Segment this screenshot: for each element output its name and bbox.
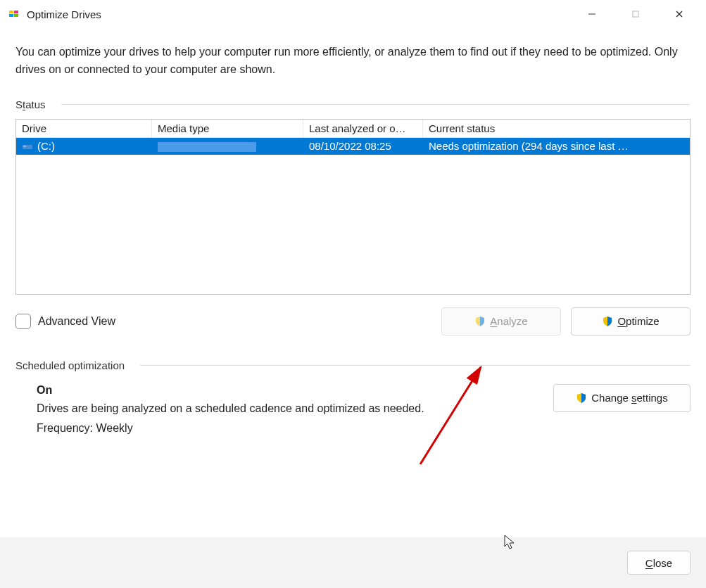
section-divider xyxy=(61,104,691,105)
shield-icon xyxy=(576,392,587,404)
status-section-header: Status xyxy=(15,98,691,110)
cell-status: Needs optimization (294 days since last … xyxy=(423,137,690,155)
minimize-button[interactable] xyxy=(576,4,607,25)
checkbox-box xyxy=(15,314,31,329)
col-last[interactable]: Last analyzed or o… xyxy=(303,120,423,137)
change-settings-button[interactable]: Change settings xyxy=(553,384,691,412)
status-section-label: Status xyxy=(15,98,46,110)
table-header-row: Drive Media type Last analyzed or o… Cur… xyxy=(16,120,690,138)
scheduled-frequency: Frequency: Weekly xyxy=(37,422,539,435)
svg-rect-5 xyxy=(633,11,638,17)
svg-rect-3 xyxy=(14,14,18,17)
analyze-label: Analyze xyxy=(490,315,527,327)
close-button[interactable] xyxy=(664,4,695,25)
drives-table[interactable]: Drive Media type Last analyzed or o… Cur… xyxy=(15,119,691,295)
advanced-view-checkbox[interactable]: Advanced View xyxy=(15,314,115,329)
app-icon xyxy=(8,8,20,20)
change-settings-label: Change settings xyxy=(591,392,667,404)
close-dialog-button[interactable]: Close xyxy=(627,551,691,575)
window-controls xyxy=(576,4,695,25)
drive-icon xyxy=(22,141,33,152)
cell-media xyxy=(152,137,303,155)
redacted-media xyxy=(158,142,256,152)
shield-icon xyxy=(474,316,486,327)
svg-rect-1 xyxy=(14,11,18,13)
scheduled-description: Drives are being analyzed on a scheduled… xyxy=(37,402,539,415)
main-content: You can optimize your drives to help you… xyxy=(0,28,706,537)
col-status[interactable]: Current status xyxy=(423,120,690,137)
cell-last: 08/10/2022 08:25 xyxy=(303,137,423,155)
description-text: You can optimize your drives to help you… xyxy=(15,44,691,79)
close-label: Close xyxy=(645,557,672,569)
scheduled-section-label: Scheduled optimization xyxy=(15,359,125,371)
scheduled-status: On xyxy=(37,384,539,397)
col-drive[interactable]: Drive xyxy=(16,120,152,137)
shield-icon xyxy=(602,316,613,327)
scheduled-body: On Drives are being analyzed on a schedu… xyxy=(15,380,691,442)
optimize-button[interactable]: Optimize xyxy=(571,307,691,335)
analyze-button[interactable]: Analyze xyxy=(441,307,561,335)
svg-rect-0 xyxy=(9,11,13,13)
table-row[interactable]: (C:) 08/10/2022 08:25 Needs optimization… xyxy=(16,138,690,155)
cell-drive: (C:) xyxy=(16,137,152,155)
scheduled-section-header: Scheduled optimization xyxy=(15,359,691,371)
maximize-button[interactable] xyxy=(620,4,651,25)
dialog-footer: Close xyxy=(0,537,706,588)
col-media[interactable]: Media type xyxy=(152,120,303,137)
svg-rect-2 xyxy=(9,14,13,17)
section-divider xyxy=(140,365,691,366)
window-title: Optimize Drives xyxy=(27,8,576,20)
controls-row: Advanced View Analyze Optimize xyxy=(15,307,691,335)
optimize-label: Optimize xyxy=(617,315,659,327)
title-bar: Optimize Drives xyxy=(0,0,706,28)
drive-name: (C:) xyxy=(37,140,55,152)
svg-rect-9 xyxy=(23,146,26,147)
advanced-view-label: Advanced View xyxy=(38,315,115,328)
